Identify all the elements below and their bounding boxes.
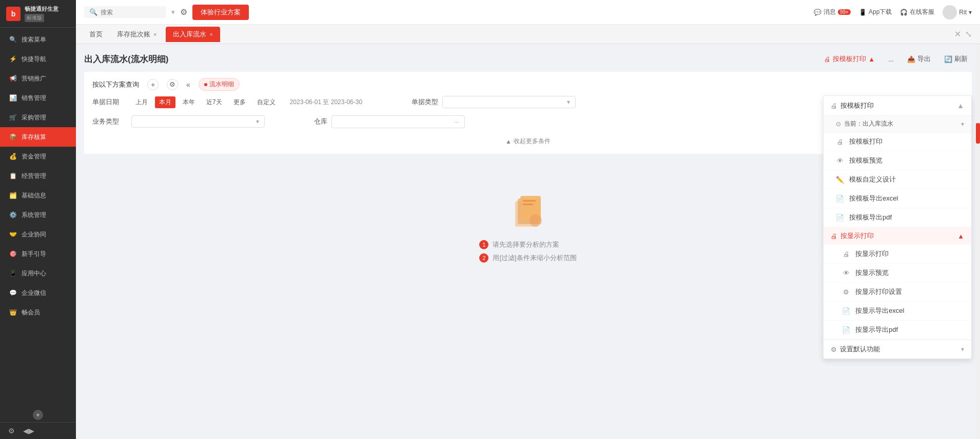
sidebar-item-sales[interactable]: 📊 销售管理 xyxy=(0,88,76,108)
dropdown-item-display-preview[interactable]: 👁 按显示预览 xyxy=(824,264,971,283)
date-opt-this-month[interactable]: 本月 xyxy=(155,96,175,108)
app-download-label: App下载 xyxy=(869,8,892,16)
message-button[interactable]: 💬 消息 99+ xyxy=(814,8,851,16)
search-input[interactable] xyxy=(101,9,152,16)
dropdown-item-template-custom[interactable]: ✏️ 模板自定义设计 xyxy=(824,170,971,189)
app-download-button[interactable]: 📱 App下载 xyxy=(859,8,892,16)
dropdown-item-display-pdf[interactable]: 📄 按显示导出pdf xyxy=(824,321,971,340)
dropdown-item-display-print[interactable]: 🖨 按显示打印 xyxy=(824,245,971,264)
dropdown-item-template-excel[interactable]: 📄 按模板导出excel xyxy=(824,189,971,208)
doc-type-select[interactable]: ▾ xyxy=(442,96,576,108)
tab-inout[interactable]: 出入库流水 × xyxy=(166,27,220,42)
dropdown-item-template-print[interactable]: 🖨 按模板打印 xyxy=(824,132,971,151)
tab-batch[interactable]: 库存批次账 × xyxy=(110,27,164,42)
current-template-arrow: ▾ xyxy=(961,121,964,128)
tab-home[interactable]: 首页 xyxy=(84,27,108,42)
dropdown-item-template-pdf[interactable]: 📄 按模板导出pdf xyxy=(824,208,971,227)
user-dropdown-icon: ▾ xyxy=(969,9,972,16)
sidebar-item-label: 新手引导 xyxy=(22,250,46,258)
more-options-label: ... xyxy=(888,55,894,63)
finance-icon: 💰 xyxy=(8,152,17,161)
tab-batch-close[interactable]: × xyxy=(153,31,156,37)
svg-rect-3 xyxy=(523,200,536,202)
display-pdf-label: 按显示导出pdf xyxy=(855,325,964,334)
more-options-button[interactable]: ... xyxy=(884,53,898,65)
business-type-select[interactable]: ▾ xyxy=(131,115,265,128)
sidebar-item-search[interactable]: 🔍 搜索菜单 xyxy=(0,30,76,49)
print-dropdown-panel: 🖨 按模板打印 ▲ ⊙ 当前：出入库流水 ▾ 🖨 按模板打印 👁 xyxy=(823,95,972,359)
dropdown-footer[interactable]: ⚙ 设置默认功能 ▾ xyxy=(824,340,971,358)
display-section-arrow: ▲ xyxy=(957,232,964,240)
date-opt-7days[interactable]: 近7天 xyxy=(202,96,226,108)
sidebar-item-system[interactable]: ⚙️ 系统管理 xyxy=(0,205,76,225)
refresh-button[interactable]: 🔄 刷新 xyxy=(940,52,972,66)
sidebar: b 畅捷通好生意 标准版 🔍 搜索菜单 ⚡ 快捷导航 📢 营销推广 📊 销售管理… xyxy=(0,0,76,439)
filter-collapse-left-button[interactable]: « xyxy=(186,81,190,89)
topbar-search-box[interactable]: 🔍 xyxy=(84,6,166,18)
export-label: 导出 xyxy=(917,54,931,64)
page-header: 出入库流水(流水明细) 🖨 按模板打印 ▲ ... 📤 导出 🔄 刷新 xyxy=(84,52,972,66)
scrollbar-thumb[interactable] xyxy=(976,123,980,144)
refresh-label: 刷新 xyxy=(954,54,968,64)
display-section-header[interactable]: 🖨 按显示打印 ▲ xyxy=(824,227,971,245)
sidebar-item-operation[interactable]: 📋 经营管理 xyxy=(0,166,76,186)
dropdown-item-display-excel[interactable]: 📄 按显示导出excel xyxy=(824,302,971,321)
date-opt-custom[interactable]: 自定义 xyxy=(253,96,280,108)
system-icon: ⚙️ xyxy=(8,210,17,220)
sidebar-item-wechat[interactable]: 💬 企业微信 xyxy=(0,283,76,303)
warehouse-label: 仓库 xyxy=(314,117,327,126)
template-custom-label: 模板自定义设计 xyxy=(849,175,964,184)
footer-label: 设置默认功能 xyxy=(840,345,880,354)
settings-icon[interactable]: ⚙ xyxy=(8,427,15,435)
dropdown-item-display-settings[interactable]: ⚙ 按显示打印设置 xyxy=(824,283,971,302)
sidebar-item-inventory[interactable]: 📦 库存核算 xyxy=(0,127,76,147)
sidebar-item-finance[interactable]: 💰 资金管理 xyxy=(0,147,76,166)
headset-icon: 🎧 xyxy=(900,9,908,16)
sidebar-item-enterprise[interactable]: 🤝 企业协同 xyxy=(0,225,76,244)
dropdown-collapse-icon[interactable]: ▲ xyxy=(957,102,964,110)
collapse-icon[interactable]: ◀▶ xyxy=(23,427,34,435)
user-menu[interactable]: Rit ▾ xyxy=(943,5,972,19)
export-button[interactable]: 📤 导出 xyxy=(903,52,935,66)
svg-point-5 xyxy=(530,214,542,227)
filter-tag-label: 流水明细 xyxy=(209,80,234,89)
display-print-icon: 🖨 xyxy=(842,250,850,258)
dropdown-item-template-preview[interactable]: 👁 按模板预览 xyxy=(824,151,971,170)
sidebar-item-marketing[interactable]: 📢 营销推广 xyxy=(0,69,76,88)
current-template-row[interactable]: ⊙ 当前：出入库流水 ▾ xyxy=(824,116,971,132)
industry-solution-button[interactable]: 体验行业方案 xyxy=(192,5,249,20)
online-service-button[interactable]: 🎧 在线客服 xyxy=(900,8,934,16)
collapse-more-button[interactable]: ▲ 收起更多条件 xyxy=(505,137,551,146)
expand-tabs-button[interactable]: ⤡ xyxy=(965,29,972,39)
sidebar-item-label: 采购管理 xyxy=(22,113,46,122)
main-content: 🔍 ▾ ⚙ 体验行业方案 💬 消息 99+ 📱 App下载 🎧 在线客服 xyxy=(76,0,980,439)
topbar-search-icon: 🔍 xyxy=(89,8,97,16)
gear-icon[interactable]: ⚙ xyxy=(180,7,187,17)
sidebar-scroll-down[interactable]: ▼ xyxy=(0,408,76,422)
dropdown-arrow-icon[interactable]: ▾ xyxy=(171,8,175,16)
close-all-tabs-button[interactable]: ✕ xyxy=(954,29,961,39)
sidebar-item-basic[interactable]: 🗂️ 基础信息 xyxy=(0,186,76,205)
sidebar-logo: b 畅捷通好生意 标准版 xyxy=(0,0,76,28)
sidebar-item-guide[interactable]: 🎯 新手引导 xyxy=(0,244,76,264)
date-opt-this-year[interactable]: 本年 xyxy=(179,96,199,108)
warehouse-select[interactable]: ··· xyxy=(331,115,465,128)
filter-settings-button[interactable]: ⚙ xyxy=(167,79,178,90)
export-icon: 📤 xyxy=(907,55,915,63)
page-actions: 🖨 按模板打印 ▲ ... 📤 导出 🔄 刷新 xyxy=(820,52,972,66)
tab-inout-close[interactable]: × xyxy=(209,31,212,37)
sidebar-item-shortcut[interactable]: ⚡ 快捷导航 xyxy=(0,49,76,69)
sidebar-item-member[interactable]: 👑 畅会员 xyxy=(0,303,76,322)
purchase-icon: 🛒 xyxy=(8,113,17,122)
display-excel-icon: 📄 xyxy=(842,307,850,315)
sidebar-item-appcenter[interactable]: 📱 应用中心 xyxy=(0,264,76,283)
filter-add-button[interactable]: + xyxy=(147,79,159,90)
filter-tag[interactable]: 流水明细 xyxy=(199,78,240,91)
current-template-icon: ⊙ xyxy=(836,121,841,128)
date-opt-last-month[interactable]: 上月 xyxy=(131,96,152,108)
print-template-button[interactable]: 🖨 按模板打印 ▲ xyxy=(820,52,879,66)
dropdown-header-right: ▲ xyxy=(957,102,964,110)
sidebar-item-purchase[interactable]: 🛒 采购管理 xyxy=(0,108,76,127)
sidebar-item-label: 畅会员 xyxy=(22,308,40,317)
date-opt-more[interactable]: 更多 xyxy=(229,96,250,108)
